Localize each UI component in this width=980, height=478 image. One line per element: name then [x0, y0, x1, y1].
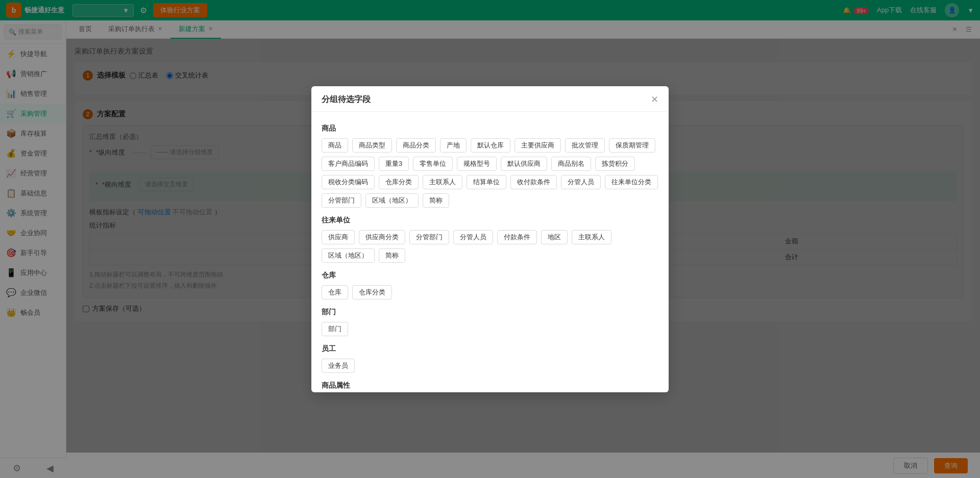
field-tag-2-0[interactable]: 仓库 [322, 285, 348, 299]
field-tag-0-17[interactable]: 主联系人 [423, 175, 462, 189]
field-tag-0-9[interactable]: 重量3 [379, 157, 409, 171]
field-tag-0-4[interactable]: 默认仓库 [471, 138, 510, 153]
field-tag-0-19[interactable]: 收付款条件 [510, 175, 557, 189]
field-tag-1-5[interactable]: 地区 [541, 230, 568, 244]
modal: 分组待选字段 ✕ 商品商品商品类型商品分类产地默认仓库主要供应商批次管理保质期管… [311, 86, 669, 392]
field-tag-0-10[interactable]: 零售单位 [413, 157, 453, 171]
field-tag-4-0[interactable]: 业务员 [322, 359, 355, 373]
field-tag-3-0[interactable]: 部门 [322, 322, 348, 336]
field-tag-0-14[interactable]: 拣货积分 [595, 157, 635, 171]
field-tag-0-5[interactable]: 主要供应商 [514, 138, 561, 153]
field-tag-0-22[interactable]: 分管部门 [322, 193, 361, 208]
field-tag-0-7[interactable]: 保质期管理 [609, 138, 655, 153]
field-tag-0-21[interactable]: 往来单位分类 [605, 175, 658, 189]
field-tag-0-2[interactable]: 商品分类 [396, 138, 436, 153]
section-fields-3: 部门 [322, 322, 658, 336]
field-tag-0-16[interactable]: 仓库分类 [379, 175, 419, 189]
field-tag-0-13[interactable]: 商品别名 [551, 157, 591, 171]
section-fields-0: 商品商品类型商品分类产地默认仓库主要供应商批次管理保质期管理客户商品编码重量3零… [322, 138, 658, 208]
field-tag-1-6[interactable]: 主联系人 [572, 230, 611, 244]
section-title-3: 部门 [322, 308, 658, 317]
field-tag-1-4[interactable]: 付款条件 [497, 230, 537, 244]
section-title-5: 商品属性 [322, 381, 658, 390]
section-fields-1: 供应商供应商分类分管部门分管人员付款条件地区主联系人区域（地区）简称 [322, 230, 658, 263]
field-tag-0-24[interactable]: 简称 [423, 193, 449, 208]
field-tag-0-0[interactable]: 商品 [322, 138, 348, 153]
field-tag-1-7[interactable]: 区域（地区） [322, 248, 375, 263]
field-tag-1-3[interactable]: 分管人员 [453, 230, 493, 244]
section-fields-2: 仓库仓库分类 [322, 285, 658, 299]
section-title-4: 员工 [322, 344, 658, 354]
field-tag-0-12[interactable]: 默认供应商 [501, 157, 547, 171]
field-tag-0-23[interactable]: 区域（地区） [365, 193, 419, 208]
section-title-1: 往来单位 [322, 216, 658, 225]
field-tag-0-3[interactable]: 产地 [440, 138, 467, 153]
section-title-2: 仓库 [322, 271, 658, 280]
field-tag-1-0[interactable]: 供应商 [322, 230, 355, 244]
field-tag-0-8[interactable]: 客户商品编码 [322, 157, 375, 171]
field-tag-0-18[interactable]: 结算单位 [467, 175, 506, 189]
modal-header: 分组待选字段 ✕ [311, 86, 669, 112]
modal-close-button[interactable]: ✕ [651, 95, 658, 104]
modal-body: 商品商品商品类型商品分类产地默认仓库主要供应商批次管理保质期管理客户商品编码重量… [311, 112, 669, 392]
modal-title: 分组待选字段 [322, 94, 371, 105]
field-tag-1-2[interactable]: 分管部门 [409, 230, 449, 244]
section-fields-4: 业务员 [322, 359, 658, 373]
field-tag-0-1[interactable]: 商品类型 [352, 138, 392, 153]
modal-overlay: 分组待选字段 ✕ 商品商品商品类型商品分类产地默认仓库主要供应商批次管理保质期管… [0, 0, 980, 478]
field-tag-0-20[interactable]: 分管人员 [561, 175, 601, 189]
field-tag-2-1[interactable]: 仓库分类 [352, 285, 392, 299]
field-tag-0-6[interactable]: 批次管理 [565, 138, 605, 153]
field-tag-0-11[interactable]: 规格型号 [457, 157, 497, 171]
section-title-0: 商品 [322, 124, 658, 133]
field-tag-1-1[interactable]: 供应商分类 [359, 230, 405, 244]
field-tag-0-15[interactable]: 税收分类编码 [322, 175, 375, 189]
field-tag-1-8[interactable]: 简称 [379, 248, 405, 263]
